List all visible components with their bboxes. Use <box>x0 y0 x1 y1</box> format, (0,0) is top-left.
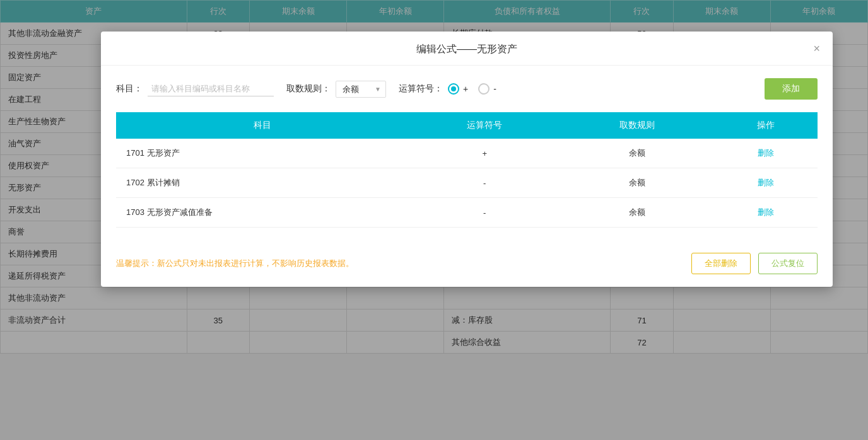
table-header-rule: 取数规则 <box>561 112 713 139</box>
table-row: 1703 无形资产减值准备-余额删除 <box>116 198 818 228</box>
subject-input[interactable] <box>148 81 274 96</box>
rule-field: 取数规则： 余额 ▼ <box>286 81 386 98</box>
rule-select[interactable]: 余额 <box>336 81 386 98</box>
subject-cell: 1701 无形资产 <box>116 139 408 168</box>
operator-field: 运算符号： + - <box>399 83 496 95</box>
footer-tip: 温馨提示：新公式只对未出报表进行计算，不影响历史报表数据。 <box>116 258 354 269</box>
form-row: 科目： 取数规则： 余额 ▼ 运算符号： + <box>116 78 818 100</box>
rule-label: 取数规则： <box>286 83 331 95</box>
delete-link[interactable]: 删除 <box>758 148 774 158</box>
modal-body: 科目： 取数规则： 余额 ▼ 运算符号： + <box>101 66 833 253</box>
modal-header: 编辑公式——无形资产 × <box>101 32 833 66</box>
delete-link[interactable]: 删除 <box>758 178 774 187</box>
modal-footer: 温馨提示：新公式只对未出报表进行计算，不影响历史报表数据。 全部删除 公式复位 <box>101 253 833 287</box>
rule-select-wrapper: 余额 ▼ <box>336 81 386 98</box>
action-cell: 删除 <box>713 139 818 168</box>
action-cell: 删除 <box>713 168 818 198</box>
rule-cell: 余额 <box>561 198 713 228</box>
subject-label: 科目： <box>116 83 143 95</box>
rule-cell: 余额 <box>561 139 713 168</box>
subject-cell: 1703 无形资产减值准备 <box>116 198 408 228</box>
radio-plus[interactable]: + <box>448 83 468 95</box>
delete-link[interactable]: 删除 <box>758 207 774 217</box>
modal-title: 编辑公式——无形资产 <box>416 43 517 56</box>
modal-dialog: 编辑公式——无形资产 × 科目： 取数规则： 余额 ▼ 运算符号： <box>101 32 833 287</box>
rule-cell: 余额 <box>561 168 713 198</box>
operator-radio-group: + - <box>448 83 496 95</box>
table-row: 1701 无形资产+余额删除 <box>116 139 818 168</box>
subject-cell: 1702 累计摊销 <box>116 168 408 198</box>
modal-close-button[interactable]: × <box>813 43 820 54</box>
reset-button[interactable]: 公式复位 <box>758 253 818 274</box>
radio-minus[interactable]: - <box>478 83 496 95</box>
footer-actions: 全部删除 公式复位 <box>691 253 818 274</box>
operator-cell: - <box>408 168 561 198</box>
subject-field: 科目： <box>116 81 274 96</box>
operator-label: 运算符号： <box>399 83 443 95</box>
radio-plus-circle <box>448 83 459 95</box>
table-header-subject: 科目 <box>116 112 408 139</box>
delete-all-button[interactable]: 全部删除 <box>691 253 751 274</box>
operator-cell: - <box>408 198 561 228</box>
add-button[interactable]: 添加 <box>765 78 818 100</box>
action-cell: 删除 <box>713 198 818 228</box>
table-header-row: 科目 运算符号 取数规则 操作 <box>116 112 818 139</box>
radio-minus-label: - <box>493 84 496 94</box>
operator-cell: + <box>408 139 561 168</box>
radio-minus-circle <box>478 83 490 95</box>
formula-table: 科目 运算符号 取数规则 操作 1701 无形资产+余额删除1702 累计摊销-… <box>116 112 818 228</box>
radio-plus-label: + <box>463 84 468 94</box>
table-header-operator: 运算符号 <box>408 112 561 139</box>
table-row: 1702 累计摊销-余额删除 <box>116 168 818 198</box>
table-header-action: 操作 <box>713 112 818 139</box>
